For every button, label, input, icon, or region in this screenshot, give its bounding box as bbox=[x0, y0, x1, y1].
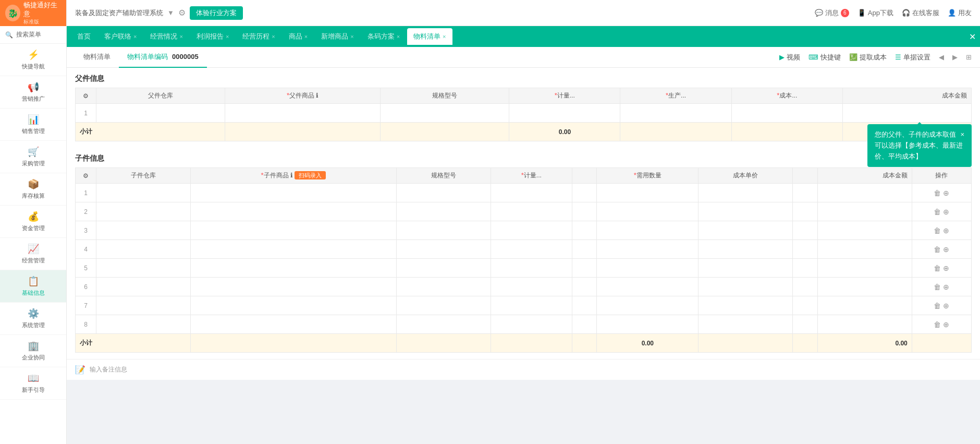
parent-cost-1[interactable] bbox=[731, 104, 842, 123]
nav-next-icon[interactable]: ▶ bbox=[952, 53, 958, 61]
child-warehouse-1[interactable] bbox=[96, 184, 191, 202]
sidebar-item-system[interactable]: ⚙️系统管理 bbox=[0, 303, 66, 335]
tab-bom-code[interactable]: 物料清单编码 0000005 bbox=[119, 47, 207, 68]
parent-production-1[interactable] bbox=[620, 104, 731, 123]
sidebar-item-operation[interactable]: 📈经营管理 bbox=[0, 238, 66, 270]
child-unit-8[interactable] bbox=[491, 315, 572, 334]
child-goods-7[interactable] bbox=[191, 296, 397, 315]
child-unitcost-6[interactable] bbox=[699, 278, 793, 296]
nav-tab-close-bom[interactable]: × bbox=[443, 33, 446, 40]
sidebar-item-basic[interactable]: 📋基础信息 bbox=[0, 270, 66, 303]
scan-button[interactable]: 扫码录入 bbox=[295, 171, 326, 179]
copy-icon-1[interactable]: ⊕ bbox=[943, 189, 949, 197]
delete-icon-2[interactable]: 🗑 bbox=[934, 208, 941, 216]
tab-bom-list[interactable]: 物料清单 bbox=[75, 47, 119, 68]
delete-icon-5[interactable]: 🗑 bbox=[934, 264, 941, 272]
copy-icon-3[interactable]: ⊕ bbox=[943, 226, 949, 235]
child-unit-7[interactable] bbox=[491, 296, 572, 315]
child-amount-8[interactable] bbox=[817, 315, 912, 334]
search-menu[interactable]: 🔍 搜索菜单 bbox=[0, 26, 66, 44]
child-qty-3[interactable] bbox=[597, 221, 699, 240]
parent-unit-1[interactable] bbox=[509, 104, 620, 123]
nav-tab-new-goods[interactable]: 新增商品 × bbox=[315, 28, 360, 45]
nav-tab-close-customer[interactable]: × bbox=[133, 33, 137, 40]
copy-icon-2[interactable]: ⊕ bbox=[943, 208, 949, 216]
parent-col-setting[interactable]: ⚙ bbox=[76, 88, 96, 104]
cost-button[interactable]: 💹 提取成本 bbox=[849, 53, 887, 62]
nav-tab-close-operation-status[interactable]: × bbox=[179, 33, 182, 40]
child-amount-4[interactable] bbox=[817, 240, 912, 259]
child-goods-5[interactable] bbox=[191, 259, 397, 278]
nav-tab-close-new-goods[interactable]: × bbox=[350, 33, 353, 40]
close-all-tabs[interactable]: ✕ bbox=[969, 32, 976, 42]
expand-icon[interactable]: ⊞ bbox=[966, 53, 972, 61]
child-spec-3[interactable] bbox=[396, 221, 491, 240]
nav-tab-history[interactable]: 经营历程 × bbox=[236, 28, 281, 45]
nav-tab-profit[interactable]: 利润报告 × bbox=[190, 28, 235, 45]
child-unit-6[interactable] bbox=[491, 278, 572, 296]
delete-icon-1[interactable]: 🗑 bbox=[934, 189, 941, 197]
dropdown-icon[interactable]: ▼ bbox=[167, 9, 174, 17]
child-spec-8[interactable] bbox=[396, 315, 491, 334]
child-amount-6[interactable] bbox=[817, 278, 912, 296]
child-amount-7[interactable] bbox=[817, 296, 912, 315]
child-col-setting[interactable]: ⚙ bbox=[76, 168, 96, 184]
child-warehouse-2[interactable] bbox=[96, 202, 191, 221]
child-amount-3[interactable] bbox=[817, 221, 912, 240]
settings-icon[interactable]: ⚙ bbox=[178, 8, 186, 18]
child-warehouse-7[interactable] bbox=[96, 296, 191, 315]
parent-amount-1[interactable] bbox=[842, 104, 971, 123]
parent-warehouse-1[interactable] bbox=[96, 104, 225, 123]
child-qty-4[interactable] bbox=[597, 240, 699, 259]
child-warehouse-5[interactable] bbox=[96, 259, 191, 278]
copy-icon-4[interactable]: ⊕ bbox=[943, 245, 949, 254]
sidebar-item-sales[interactable]: 📊销售管理 bbox=[0, 109, 66, 141]
copy-icon-8[interactable]: ⊕ bbox=[943, 320, 949, 329]
child-qty-5[interactable] bbox=[597, 259, 699, 278]
delete-icon-8[interactable]: 🗑 bbox=[934, 320, 941, 329]
nav-tab-operation-status[interactable]: 经营情况 × bbox=[144, 28, 189, 45]
sidebar-item-finance[interactable]: 💰资金管理 bbox=[0, 206, 66, 238]
service-button[interactable]: 🎧 在线客服 bbox=[902, 8, 939, 18]
copy-icon-6[interactable]: ⊕ bbox=[943, 283, 949, 291]
nav-tab-home[interactable]: 首页 bbox=[71, 28, 97, 45]
child-warehouse-3[interactable] bbox=[96, 221, 191, 240]
nav-tab-goods[interactable]: 商品 × bbox=[283, 28, 314, 45]
child-goods-2[interactable] bbox=[191, 202, 397, 221]
child-qty-2[interactable] bbox=[597, 202, 699, 221]
child-spec-6[interactable] bbox=[396, 278, 491, 296]
child-unit-1[interactable] bbox=[491, 184, 572, 202]
sidebar-item-purchase[interactable]: 🛒采购管理 bbox=[0, 141, 66, 173]
child-warehouse-8[interactable] bbox=[96, 315, 191, 334]
child-amount-1[interactable] bbox=[817, 184, 912, 202]
sidebar-item-guide[interactable]: 📖新手引导 bbox=[0, 367, 66, 400]
child-warehouse-4[interactable] bbox=[96, 240, 191, 259]
child-spec-5[interactable] bbox=[396, 259, 491, 278]
child-unitcost-4[interactable] bbox=[699, 240, 793, 259]
tooltip-close-button[interactable]: × bbox=[960, 129, 964, 140]
sidebar-item-enterprise[interactable]: 🏢企业协同 bbox=[0, 335, 66, 367]
shortcut-button[interactable]: ⌨ 快捷键 bbox=[808, 53, 841, 62]
user-button[interactable]: 👤 用友 bbox=[948, 8, 972, 18]
try-button[interactable]: 体验行业方案 bbox=[190, 6, 243, 20]
nav-tab-close-profit[interactable]: × bbox=[226, 33, 229, 40]
delete-icon-3[interactable]: 🗑 bbox=[934, 226, 941, 235]
child-unit-3[interactable] bbox=[491, 221, 572, 240]
child-qty-6[interactable] bbox=[597, 278, 699, 296]
child-amount-5[interactable] bbox=[817, 259, 912, 278]
child-unitcost-1[interactable] bbox=[699, 184, 793, 202]
child-goods-4[interactable] bbox=[191, 240, 397, 259]
child-warehouse-6[interactable] bbox=[96, 278, 191, 296]
delete-icon-4[interactable]: 🗑 bbox=[934, 245, 941, 254]
message-button[interactable]: 💬 消息 6 bbox=[815, 8, 849, 18]
child-unitcost-7[interactable] bbox=[699, 296, 793, 315]
child-unit-4[interactable] bbox=[491, 240, 572, 259]
parent-spec-1[interactable] bbox=[381, 104, 509, 123]
nav-tab-close-barcode[interactable]: × bbox=[397, 33, 400, 40]
child-unit-2[interactable] bbox=[491, 202, 572, 221]
child-goods-1[interactable] bbox=[191, 184, 397, 202]
child-goods-3[interactable] bbox=[191, 221, 397, 240]
sidebar-item-quick-nav[interactable]: ⚡快捷导航 bbox=[0, 44, 66, 76]
child-unitcost-5[interactable] bbox=[699, 259, 793, 278]
child-goods-8[interactable] bbox=[191, 315, 397, 334]
